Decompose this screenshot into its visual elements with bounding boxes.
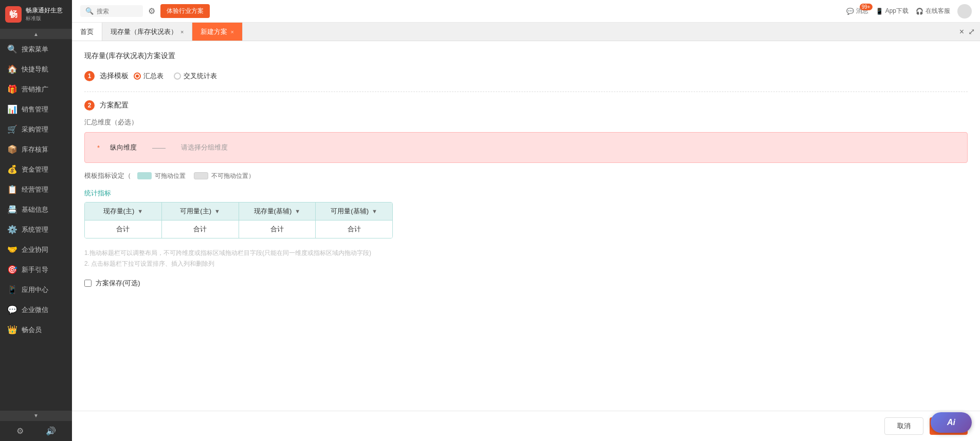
user-avatar[interactable] — [957, 4, 972, 19]
summary-dimension-label: 汇总维度（必选） — [84, 118, 968, 127]
inventory-icon: 📦 — [7, 144, 17, 154]
sidebar-item-sales[interactable]: 📊 销售管理 — [0, 99, 72, 119]
stats-col-available-main[interactable]: 可用量(主) ▼ — [162, 203, 239, 220]
volume-icon[interactable]: 🔊 — [46, 426, 56, 436]
sidebar-item-inventory[interactable]: 📦 库存核算 — [0, 139, 72, 159]
tabs-bar: 首页 现存量（库存状况表） × 新建方案 × × ⤢ — [72, 23, 980, 41]
service-icon: 🎧 — [916, 8, 923, 15]
sidebar-item-basic[interactable]: 📇 基础信息 — [0, 199, 72, 219]
col-available-main-chevron[interactable]: ▼ — [214, 208, 220, 214]
window-expand-btn[interactable]: ⤢ — [968, 27, 975, 36]
sidebar-item-operations[interactable]: 📋 经营管理 — [0, 179, 72, 199]
search-input[interactable] — [97, 8, 138, 15]
sidebar-item-label: 采购管理 — [22, 125, 48, 134]
stats-cell-available-base: 合计 — [316, 220, 392, 238]
step1-badge: 1 — [84, 71, 95, 81]
sidebar-item-newbie[interactable]: 🎯 新手引导 — [0, 260, 72, 280]
sidebar-item-label: 快捷导航 — [22, 65, 48, 74]
sidebar-item-member[interactable]: 👑 畅会员 — [0, 320, 72, 340]
tab-new-plan[interactable]: 新建方案 × — [192, 23, 242, 41]
member-icon: 👑 — [7, 325, 17, 335]
stats-table-body: 合计 合计 合计 合计 — [85, 220, 392, 238]
col-main-qty-chevron[interactable]: ▼ — [137, 208, 143, 214]
tab-new-plan-close[interactable]: × — [230, 29, 233, 35]
sidebar-item-label: 营销推广 — [22, 85, 48, 94]
tab-home[interactable]: 首页 — [72, 23, 102, 41]
sidebar-item-marketing[interactable]: 🎁 营销推广 — [0, 79, 72, 99]
tab-inventory-status[interactable]: 现存量（库存状况表） × — [102, 23, 192, 41]
system-icon: ⚙️ — [7, 225, 17, 234]
sidebar-scroll-up[interactable]: ▲ — [0, 29, 72, 39]
step2-section: 2 方案配置 汇总维度（必选） * 纵向维度 —— 请选择分组维度 — [84, 100, 968, 268]
col-available-base-chevron[interactable]: ▼ — [372, 208, 377, 214]
wechat-icon: 💬 — [7, 305, 17, 315]
sidebar-item-label: 销售管理 — [22, 105, 48, 114]
tab-inventory-close[interactable]: × — [180, 29, 184, 35]
window-close-btn[interactable]: × — [959, 27, 964, 36]
stats-cell-base-qty: 合计 — [239, 220, 316, 238]
apps-icon: 📱 — [7, 285, 17, 295]
sidebar-item-system[interactable]: ⚙️ 系统管理 — [0, 219, 72, 240]
purchase-icon: 🛒 — [7, 124, 17, 134]
sidebar-item-wechat[interactable]: 💬 企业微信 — [0, 300, 72, 320]
radio-cross[interactable]: 交叉统计表 — [174, 71, 217, 81]
legend-draggable-label: 可拖动位置 — [155, 172, 186, 180]
search-icon: 🔍 — [7, 44, 17, 54]
step1-header: 1 选择模板 汇总表 交叉统计表 — [84, 71, 968, 81]
service-label: 在线客服 — [925, 7, 950, 15]
sidebar-item-finance[interactable]: 💰 资金管理 — [0, 159, 72, 179]
stats-cell-available-main: 合计 — [162, 220, 239, 238]
industry-btn[interactable]: 体验行业方案 — [160, 4, 210, 18]
sidebar: 畅 畅康通好生意 标准版 ▲ 🔍 搜索菜单 🏠 快捷导航 🎁 营销推广 📊 销售… — [0, 0, 72, 441]
sales-icon: 📊 — [7, 104, 17, 114]
radio-summary-circle — [134, 72, 141, 80]
message-btn[interactable]: 💬 消息 99+ — [846, 7, 868, 15]
app-icon: 📱 — [876, 8, 883, 15]
dimension-required: * — [97, 144, 100, 152]
stats-section-label: 统计指标 — [84, 189, 968, 198]
app-logo-icon: 畅 — [5, 6, 22, 23]
sidebar-item-cooperation[interactable]: 🤝 企业协同 — [0, 240, 72, 260]
sidebar-item-shortcuts[interactable]: 🏠 快捷导航 — [0, 59, 72, 79]
search-box[interactable]: 🔍 — [80, 5, 143, 17]
col-base-qty-chevron[interactable]: ▼ — [295, 208, 300, 214]
sidebar-item-search[interactable]: 🔍 搜索菜单 — [0, 39, 72, 59]
sidebar-logo: 畅 畅康通好生意 标准版 — [0, 0, 72, 29]
tab-new-plan-label: 新建方案 — [201, 27, 227, 36]
sidebar-item-purchase[interactable]: 🛒 采购管理 — [0, 119, 72, 139]
sidebar-item-label: 基础信息 — [22, 205, 48, 214]
sidebar-item-label: 企业微信 — [22, 305, 48, 315]
save-checkbox[interactable] — [84, 280, 92, 287]
step1-label: 选择模板 — [100, 71, 129, 81]
settings-gear-icon[interactable]: ⚙ — [148, 6, 155, 16]
dimension-placeholder[interactable]: 请选择分组维度 — [181, 143, 228, 152]
cancel-button[interactable]: 取消 — [884, 417, 923, 435]
sidebar-item-label: 资金管理 — [22, 165, 48, 174]
stats-table: 现存量(主) ▼ 可用量(主) ▼ 现存量(基辅) ▼ — [84, 202, 393, 238]
online-service-btn[interactable]: 🎧 在线客服 — [916, 7, 950, 15]
step2-label: 方案配置 — [100, 101, 129, 110]
app-name-block: 畅康通好生意 标准版 — [26, 7, 63, 22]
basic-icon: 📇 — [7, 205, 17, 214]
stats-col-main-qty[interactable]: 现存量(主) ▼ — [85, 203, 162, 220]
indicator-settings: 模板指标设定（ 可拖动位置 不可拖动位置） — [84, 171, 968, 180]
sidebar-bottom: ⚙ 🔊 — [0, 420, 72, 441]
main-area: 🔍 ⚙ 体验行业方案 💬 消息 99+ 📱 App下载 🎧 在线客服 首页 — [72, 0, 980, 441]
gift-icon: 🎁 — [7, 84, 17, 94]
legend-non-draggable: 不可拖动位置） — [194, 172, 255, 180]
sidebar-item-label: 企业协同 — [22, 245, 48, 254]
sidebar-item-apps[interactable]: 📱 应用中心 — [0, 280, 72, 300]
col-available-base-label: 可用量(基辅) — [331, 207, 369, 216]
stats-col-available-base[interactable]: 可用量(基辅) ▼ — [316, 203, 392, 220]
app-download-btn[interactable]: 📱 App下载 — [876, 7, 909, 15]
stats-col-base-qty[interactable]: 现存量(基辅) ▼ — [239, 203, 316, 220]
tab-home-label: 首页 — [80, 27, 94, 36]
radio-summary[interactable]: 汇总表 — [134, 71, 164, 81]
sidebar-item-label: 库存核算 — [22, 145, 48, 154]
legend-draggable: 可拖动位置 — [137, 172, 186, 180]
template-radio-group: 汇总表 交叉统计表 — [134, 71, 217, 81]
ai-float-button[interactable]: Ai — [931, 412, 972, 433]
sidebar-scroll-down[interactable]: ▼ — [0, 411, 72, 420]
settings-bottom-icon[interactable]: ⚙ — [16, 426, 24, 436]
stats-table-header: 现存量(主) ▼ 可用量(主) ▼ 现存量(基辅) ▼ — [85, 203, 392, 220]
